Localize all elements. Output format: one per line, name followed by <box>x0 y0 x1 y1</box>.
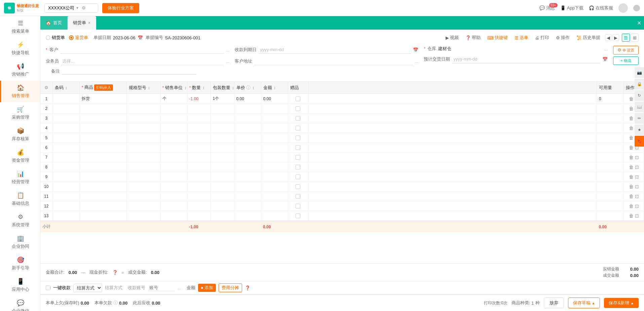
salesperson-input[interactable] <box>61 57 224 65</box>
gift-checkbox-7[interactable] <box>296 155 300 160</box>
row-barcode-13[interactable] <box>52 211 79 221</box>
row-product-12[interactable] <box>79 201 126 211</box>
row-product-6[interactable] <box>79 143 126 153</box>
price-sort-icon[interactable]: ↕ <box>252 85 255 90</box>
sidebar-item-wechat[interactable]: 💬 企业微信 <box>0 296 40 311</box>
gift-checkbox-6[interactable] <box>296 145 300 150</box>
row-gift-3[interactable] <box>288 114 308 123</box>
row-gift-11[interactable] <box>288 192 308 201</box>
gift-checkbox-5[interactable] <box>296 135 300 140</box>
history-btn[interactable]: 📜 历史单据 <box>574 34 602 41</box>
delete-row-7-icon[interactable]: 🗑 <box>629 155 634 160</box>
app-download-button[interactable]: 📱 App下载 <box>560 5 583 11</box>
delete-row-1-icon[interactable]: 🗑 <box>629 96 634 102</box>
sidebar-item-inventory[interactable]: 📦 库存核算 <box>0 124 40 145</box>
expense-split-button[interactable]: 费用分摊 <box>219 283 242 292</box>
row-unit-5[interactable] <box>160 133 187 143</box>
row-product-8[interactable] <box>79 162 126 172</box>
row-barcode-2[interactable] <box>52 104 79 114</box>
row-qty-2[interactable] <box>187 104 211 114</box>
sidebar-item-sales[interactable]: 🏠 销售管理 <box>0 81 40 102</box>
row-price-13[interactable] <box>234 211 261 221</box>
settings-icon[interactable]: ⚙ <box>82 5 86 10</box>
one-click-payment-checkbox[interactable] <box>46 285 50 290</box>
close-all-tabs-icon[interactable]: ✕ <box>637 20 641 26</box>
row-price-11[interactable] <box>234 192 261 201</box>
next-record-btn[interactable]: ▶ <box>612 34 619 41</box>
gift-checkbox-3[interactable] <box>296 116 300 121</box>
delete-row-2-icon[interactable]: 🗑 <box>629 106 634 111</box>
copy-row-10-icon[interactable]: ⊡ <box>635 184 639 189</box>
online-service-button[interactable]: 🎧 在线客服 <box>589 5 613 11</box>
th-settings[interactable]: ⚙ <box>40 82 52 94</box>
delete-row-9-icon[interactable]: 🗑 <box>629 174 634 180</box>
float-refresh-btn[interactable]: ↻ <box>635 90 644 101</box>
calendar3-icon[interactable]: 📅 <box>602 57 608 62</box>
payment-dots[interactable]: ... <box>178 285 181 290</box>
gift-checkbox-13[interactable] <box>296 213 300 218</box>
delete-row-5-icon[interactable]: 🗑 <box>629 135 634 141</box>
row-price-3[interactable] <box>234 114 261 123</box>
row-price-10[interactable] <box>234 182 261 192</box>
float-orange-btn[interactable]: 🔖 <box>635 136 644 147</box>
sidebar-item-quick-nav[interactable]: ⚡ 快捷导航 <box>0 38 40 59</box>
row-price-2[interactable] <box>234 104 261 114</box>
sidebar-item-search[interactable]: ☰ 搜索菜单 <box>0 16 40 38</box>
gift-checkbox-9[interactable] <box>296 174 300 179</box>
list-view-btn[interactable]: ☰ <box>622 34 630 42</box>
row-spec-10[interactable] <box>126 182 160 192</box>
row-spec-12[interactable] <box>126 201 160 211</box>
row-qty-9[interactable] <box>187 172 211 182</box>
gift-checkbox-2[interactable] <box>296 106 300 111</box>
gift-checkbox-10[interactable] <box>296 184 300 189</box>
row-barcode-10[interactable] <box>52 182 79 192</box>
row-product-10[interactable] <box>79 182 126 192</box>
row-unit-2[interactable] <box>160 104 187 114</box>
row-spec-11[interactable] <box>126 192 160 201</box>
row-product-7[interactable] <box>79 153 126 162</box>
delete-row-4-icon[interactable]: 🗑 <box>629 125 634 131</box>
row-product-4[interactable] <box>79 123 126 133</box>
row-unit-13[interactable] <box>160 211 187 221</box>
row-spec-9[interactable] <box>126 172 160 182</box>
row-unit-3[interactable] <box>160 114 187 123</box>
row-gift-13[interactable] <box>288 211 308 221</box>
row-unit-6[interactable] <box>160 143 187 153</box>
row-gift-4[interactable] <box>288 123 308 133</box>
row-price-4[interactable] <box>234 123 261 133</box>
payment-account-input[interactable] <box>148 284 175 291</box>
row-price-7[interactable] <box>234 153 261 162</box>
row-qty-11[interactable] <box>187 192 211 201</box>
row-barcode-9[interactable] <box>52 172 79 182</box>
salesperson-dots[interactable]: ... <box>226 59 229 64</box>
row-product-2[interactable] <box>79 104 126 114</box>
tab-sales-order[interactable]: 销货单 × <box>68 16 96 30</box>
sidebar-item-marketing[interactable]: 📢 营销推广 <box>0 59 40 81</box>
row-qty-6[interactable] <box>187 143 211 153</box>
payment-date-input[interactable] <box>259 46 411 54</box>
prev-record-btn[interactable]: ◀ <box>605 34 612 41</box>
row-unit-7[interactable] <box>160 153 187 162</box>
customer-dots[interactable]: ... <box>226 47 229 52</box>
delete-row-8-icon[interactable]: 🗑 <box>629 164 634 170</box>
gift-checkbox-8[interactable] <box>296 165 300 169</box>
select-btn[interactable]: ☰ 选单 <box>513 34 530 41</box>
float-camera-btn[interactable]: 📷 <box>635 67 644 78</box>
sidebar-item-basic-info[interactable]: 📋 基础信息 <box>0 188 40 210</box>
row-barcode-8[interactable] <box>52 162 79 172</box>
gift-checkbox-11[interactable] <box>296 194 300 199</box>
row-spec-3[interactable] <box>126 114 160 123</box>
row-barcode-5[interactable] <box>52 133 79 143</box>
row-product-13[interactable] <box>79 211 126 221</box>
company-selector[interactable]: XXXXXX公司 ▼ ⚙ <box>44 3 98 13</box>
customer-addr-dots[interactable]: ... <box>415 59 419 64</box>
barcode-sort-icon[interactable]: ↕ <box>65 85 68 90</box>
operations-btn[interactable]: ⚙ 操作 <box>554 34 572 41</box>
row-unit-1[interactable]: 个 <box>160 94 187 104</box>
add-payment-button[interactable]: ● 添加 <box>198 284 216 292</box>
row-product-3[interactable] <box>79 114 126 123</box>
gift-checkbox-4[interactable] <box>296 126 300 130</box>
sidebar-item-enterprise[interactable]: 🏢 企业协同 <box>0 231 40 253</box>
delete-row-11-icon[interactable]: 🗑 <box>629 194 634 199</box>
row-gift-9[interactable] <box>288 172 308 182</box>
